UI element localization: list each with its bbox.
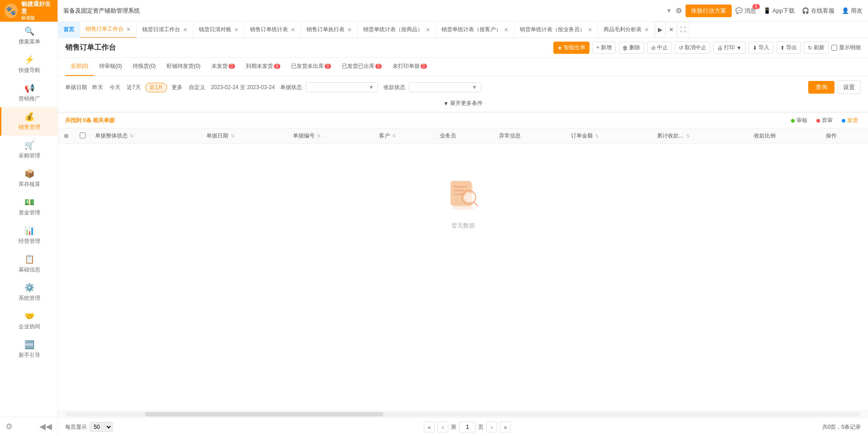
- th-number-sort[interactable]: ⇅: [317, 133, 321, 138]
- tab-sales-stat-product[interactable]: 销货单统计表（按商品） ✕: [358, 22, 436, 38]
- refresh-btn[interactable]: ↻ 刷新: [804, 42, 829, 54]
- tab-gross-profit-close[interactable]: ✕: [644, 27, 649, 33]
- payment-select[interactable]: ▼: [409, 82, 481, 92]
- date-opt-custom[interactable]: 自定义: [187, 83, 207, 92]
- sidebar-item-inventory[interactable]: 📦 库存核算: [0, 164, 58, 193]
- sidebar-item-quick-nav[interactable]: ⚡ 快捷导航: [0, 50, 58, 79]
- sidebar-item-guide[interactable]: 🆕 新手引导: [0, 335, 58, 364]
- filter-tab-pending-review[interactable]: 待审核(0): [94, 58, 128, 76]
- tab-cash-daily-close[interactable]: ✕: [183, 27, 187, 33]
- settings-icon[interactable]: ⚙: [676, 6, 682, 15]
- empty-text: 暂无数据: [451, 222, 475, 230]
- delete-btn[interactable]: 🗑 删除: [619, 42, 644, 54]
- th-date-sort[interactable]: ⇅: [231, 133, 235, 138]
- th-setting[interactable]: ⚙: [58, 128, 74, 144]
- messages-btn[interactable]: 💬 消息 6: [735, 7, 756, 15]
- sidebar-item-finance[interactable]: 💵 资金管理: [0, 193, 58, 221]
- tab-home[interactable]: 首页: [58, 22, 80, 38]
- filter-tab-wangpu-ship[interactable]: 旺铺待发货(0): [161, 58, 206, 76]
- status-select[interactable]: ▼: [306, 82, 378, 92]
- filter-tab-shipped-out[interactable]: 已发货已出库 0: [336, 58, 387, 76]
- sidebar-settings-icon[interactable]: ⚙: [5, 422, 13, 431]
- tab-cash-daily[interactable]: 钱货日清工作台 ✕: [137, 22, 193, 38]
- tab-sales-order-exec[interactable]: 销售订单执行表 ✕: [301, 22, 358, 38]
- online-service-btn[interactable]: 🎧 在线客服: [802, 7, 834, 15]
- sidebar-item-search[interactable]: 🔍 搜索菜单: [0, 22, 58, 50]
- tab-scroll-right[interactable]: ▶: [655, 22, 666, 38]
- app-download-btn[interactable]: 📱 App下载: [763, 7, 795, 15]
- dropdown-arrow-icon[interactable]: ▼: [666, 7, 672, 14]
- next-page-btn[interactable]: ›: [486, 422, 497, 432]
- filter-tab-shipped-not-out[interactable]: 已发货未出库 0: [286, 58, 336, 76]
- last-page-btn[interactable]: »: [500, 422, 511, 432]
- tab-sales-stat-staff-close[interactable]: ✕: [588, 27, 592, 33]
- tab-sales-stat-product-close[interactable]: ✕: [426, 27, 430, 33]
- display-detail-checkbox[interactable]: [831, 45, 837, 51]
- set-btn[interactable]: 设置: [837, 81, 861, 94]
- filter-tab-wangpu-ship-label: 旺铺待发货(0): [167, 62, 201, 70]
- tab-sales-order-stat-close[interactable]: ✕: [291, 27, 295, 33]
- sidebar-item-corp[interactable]: 🤝 企业协同: [0, 307, 58, 335]
- date-opt-1month[interactable]: 近1月: [145, 83, 168, 92]
- filter-tab-all[interactable]: 全部(0): [65, 58, 94, 76]
- filter-tab-pending-inspect[interactable]: 待拣货(0): [127, 58, 161, 76]
- page-input[interactable]: [459, 422, 475, 432]
- filter-tab-not-shipped[interactable]: 未发货 0: [206, 58, 240, 76]
- purchase-icon: 🛒: [24, 140, 34, 150]
- prev-page-btn[interactable]: ‹: [437, 422, 448, 432]
- tab-sales-order-stat[interactable]: 销售订单统计表 ✕: [245, 22, 301, 38]
- tab-gross-profit[interactable]: 商品毛利分析表 ✕: [598, 22, 655, 38]
- tab-sales-stat-customer[interactable]: 销货单统计表（按客户） ✕: [436, 22, 514, 38]
- tab-sales-stat-staff[interactable]: 销货单统计表（按业务员） ✕: [514, 22, 598, 38]
- scroll-thumb[interactable]: [145, 412, 384, 417]
- tab-sales-stat-customer-close[interactable]: ✕: [504, 27, 508, 33]
- sidebar-item-sales[interactable]: 💰 销售管理: [0, 107, 58, 136]
- trial-btn[interactable]: 体验行业方案: [686, 5, 732, 17]
- th-amount-sort[interactable]: ⇅: [595, 133, 599, 138]
- print-btn[interactable]: 🖨 打印 ▼: [713, 42, 746, 54]
- sidebar-collapse-icon[interactable]: ◀◀: [39, 422, 52, 431]
- sidebar-item-purchase[interactable]: 🛒 采购管理: [0, 136, 58, 164]
- horizontal-scrollbar[interactable]: [58, 411, 868, 417]
- date-opt-yesterday[interactable]: 昨天: [91, 83, 105, 92]
- user-btn[interactable]: 👤 用友: [842, 7, 863, 15]
- tab-close-all[interactable]: ✕: [666, 22, 677, 38]
- ship-action-btn[interactable]: 发货: [839, 116, 861, 125]
- tab-sales-stat-product-label: 销货单统计表（按商品）: [363, 26, 423, 33]
- th-collected-sort[interactable]: ⇅: [686, 133, 690, 138]
- th-checkbox[interactable]: [74, 128, 91, 144]
- tab-cash-reconcile-close[interactable]: ✕: [234, 27, 239, 33]
- tab-sales-order-workbench[interactable]: 销售订单工作台 ✕: [80, 22, 137, 38]
- export-btn[interactable]: ⬆ 导出: [776, 42, 801, 54]
- date-opt-more[interactable]: 更多: [170, 83, 184, 92]
- tab-sales-stat-staff-label: 销货单统计表（按业务员）: [520, 26, 585, 33]
- per-page-label: 每页显示: [65, 423, 87, 431]
- filter-tab-overdue-not-shipped[interactable]: 到期未发货 0: [240, 58, 286, 76]
- review-dot: [791, 119, 795, 123]
- tab-sales-order-workbench-close[interactable]: ✕: [126, 26, 131, 33]
- per-page-select[interactable]: 10 20 50 100: [90, 422, 113, 432]
- query-btn[interactable]: 查询: [808, 81, 834, 94]
- tab-sales-order-exec-close[interactable]: ✕: [347, 27, 352, 33]
- smart-create-btn[interactable]: ★ 智能生单: [553, 42, 590, 54]
- tab-cash-reconcile[interactable]: 钱货日清对账 ✕: [193, 22, 245, 38]
- abort-btn[interactable]: ⊘ 中止: [647, 42, 672, 54]
- first-page-btn[interactable]: «: [424, 422, 435, 432]
- unreview-action-btn[interactable]: 弃审: [814, 116, 835, 125]
- date-opt-7days[interactable]: 近7天: [125, 83, 143, 92]
- new-btn[interactable]: + 新增: [592, 42, 616, 54]
- expand-conditions-btn[interactable]: ▼ 展开更多条件: [443, 100, 483, 107]
- select-all-checkbox[interactable]: [80, 133, 86, 138]
- import-btn[interactable]: ⬇ 导入: [748, 42, 773, 54]
- sidebar-item-operation[interactable]: 📊 经营管理: [0, 221, 58, 250]
- cancel-abort-btn[interactable]: ↺ 取消中止: [675, 42, 710, 54]
- tab-fullscreen[interactable]: ⛶: [677, 22, 689, 38]
- date-opt-today[interactable]: 今天: [108, 83, 122, 92]
- review-action-btn[interactable]: 审核: [788, 116, 810, 125]
- filter-tab-not-printed[interactable]: 未打印单据 0: [387, 58, 432, 76]
- sidebar-item-marketing[interactable]: 📢 营销推广: [0, 79, 58, 107]
- sidebar-item-sys-mgmt[interactable]: ⚙️ 系统管理: [0, 278, 58, 307]
- sidebar-item-basic-info[interactable]: 📋 基础信息: [0, 250, 58, 278]
- th-status-sort[interactable]: ⇅: [130, 133, 134, 138]
- th-customer-sort[interactable]: ⇅: [392, 133, 396, 138]
